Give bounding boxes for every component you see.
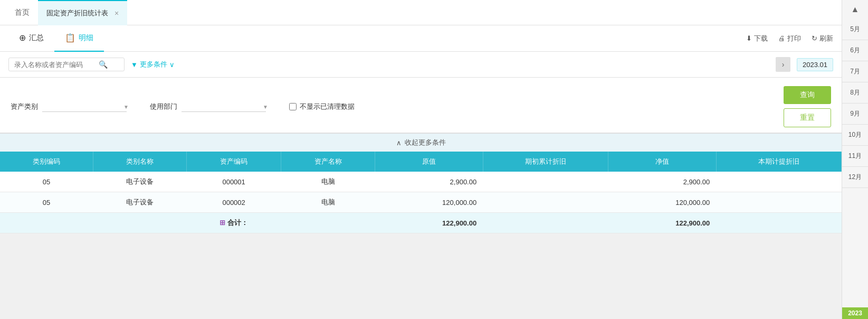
cell-period-depr (716, 172, 841, 192)
total-cell-empty-1 (0, 213, 93, 233)
col-period-depr: 本期计提折旧 (716, 152, 841, 172)
use-department-label: 使用部门 (150, 102, 177, 111)
print-button[interactable]: 🖨 打印 (778, 34, 801, 43)
data-table: 类别编码 类别名称 资产编码 资产名称 原值 期初累计折旧 净值 本期计提折旧 … (0, 152, 842, 233)
more-conditions-button[interactable]: ▼ 更多条件 ∨ (131, 60, 175, 69)
total-label-cell: ⊞合计： (186, 213, 281, 233)
cell-cat-name: 电子设备 (93, 172, 186, 192)
refresh-button[interactable]: ↻ 刷新 (812, 34, 833, 43)
chevron-down-icon: ∨ (169, 61, 175, 69)
cell-accum-depr (483, 172, 608, 192)
download-icon: ⬇ (746, 34, 752, 42)
hide-cleared-checkbox[interactable] (289, 103, 297, 110)
toolbar-right: ⬇ 下载 🖨 打印 ↻ 刷新 (746, 34, 833, 43)
tab-detail[interactable]: 📋 明细 (54, 25, 104, 52)
more-conditions-label: 更多条件 (140, 60, 167, 69)
sidebar-month-item[interactable]: 9月 (842, 104, 868, 125)
asset-category-field: 资产类别 ▼ (11, 101, 129, 112)
total-net-value: 122,900.00 (608, 213, 716, 233)
tab-detail-label: 明细 (79, 33, 93, 43)
total-original: 122,900.00 (375, 213, 483, 233)
col-asset-code: 资产编码 (186, 152, 281, 172)
arrow-right-icon: › (782, 60, 785, 69)
download-button[interactable]: ⬇ 下载 (746, 34, 768, 43)
detail-icon: 📋 (65, 33, 75, 43)
cell-cat-code: 05 (0, 192, 93, 213)
collapse-label: 收起更多条件 (405, 138, 446, 147)
reset-button[interactable]: 重置 (784, 108, 831, 127)
main-content: ⊕ 汇总 📋 明细 ⬇ 下载 🖨 打印 ↻ 刷新 🔍 (0, 25, 842, 233)
filter-row: 资产类别 ▼ 使用部门 ▼ 不显示已清理数据 查询 重置 (11, 86, 831, 127)
total-accum-depr (483, 213, 608, 233)
asset-category-select[interactable] (42, 101, 127, 112)
table-header-row: 类别编码 类别名称 资产编码 资产名称 原值 期初累计折旧 净值 本期计提折旧 (0, 152, 842, 172)
total-icon: ⊞ (220, 219, 225, 227)
cell-net-value: 120,000.00 (608, 192, 716, 213)
collapse-conditions-button[interactable]: ∧ 收起更多条件 (0, 133, 842, 152)
cell-net-value: 2,900.00 (608, 172, 716, 192)
cell-accum-depr (483, 192, 608, 213)
search-input[interactable] (14, 61, 99, 69)
table-body: 05 电子设备 000001 电脑 2,900.00 2,900.00 05 电… (0, 172, 842, 233)
sidebar-month-item[interactable]: 12月 (842, 167, 868, 188)
search-bar: 🔍 ▼ 更多条件 ∨ › 2023.01 (0, 52, 842, 78)
year-badge: 2023 (842, 307, 868, 319)
print-icon: 🖨 (778, 34, 785, 42)
refresh-label: 刷新 (819, 34, 833, 43)
nav-arrow-right-button[interactable]: › (776, 57, 790, 72)
col-original-value: 原值 (375, 152, 483, 172)
cell-asset-code: 000001 (186, 172, 281, 192)
sidebar-scroll-up-button[interactable]: ▲ (842, 0, 868, 19)
date-display: 2023.01 (797, 58, 833, 71)
sidebar-month-item[interactable]: 5月 (842, 19, 868, 40)
hide-cleared-label: 不显示已清理数据 (300, 102, 355, 111)
cell-cat-name: 电子设备 (93, 192, 186, 213)
cell-original: 2,900.00 (375, 172, 483, 192)
cell-original: 120,000.00 (375, 192, 483, 213)
sidebar-month-item[interactable]: 8月 (842, 82, 868, 104)
filter-area: 资产类别 ▼ 使用部门 ▼ 不显示已清理数据 查询 重置 (0, 78, 842, 133)
sidebar-month-item[interactable]: 10月 (842, 125, 868, 146)
filter-icon: ▼ (131, 61, 138, 69)
total-period-depr (716, 213, 841, 233)
sidebar-month-item[interactable]: 6月 (842, 40, 868, 61)
use-department-select[interactable] (182, 101, 266, 112)
download-label: 下载 (754, 34, 768, 43)
data-table-container: 类别编码 类别名称 资产编码 资产名称 原值 期初累计折旧 净值 本期计提折旧 … (0, 152, 842, 233)
total-row: ⊞合计： 122,900.00 122,900.00 (0, 213, 842, 233)
asset-category-label: 资产类别 (11, 102, 38, 111)
sidebar-month-item[interactable]: 7月 (842, 61, 868, 82)
cell-cat-code: 05 (0, 172, 93, 192)
asset-category-chevron-icon: ▼ (123, 104, 129, 110)
filter-buttons: 查询 重置 (784, 86, 831, 127)
col-category-code: 类别编码 (0, 152, 93, 172)
table-row: 05 电子设备 000002 电脑 120,000.00 120,000.00 (0, 192, 842, 213)
tab-label: 固定资产折旧统计表 (46, 8, 108, 18)
tab-summary-label: 汇总 (29, 33, 44, 43)
cell-asset-name: 电脑 (281, 192, 375, 213)
total-label: 合计： (227, 219, 248, 227)
summary-icon: ⊕ (19, 33, 26, 43)
tab-close-button[interactable]: × (115, 9, 119, 17)
use-department-chevron-icon: ▼ (263, 104, 268, 110)
print-label: 打印 (787, 34, 801, 43)
search-icon: 🔍 (99, 60, 108, 69)
use-department-field: 使用部门 ▼ (150, 101, 268, 112)
active-tab[interactable]: 固定资产折旧统计表 × (38, 0, 127, 25)
query-button[interactable]: 查询 (784, 86, 831, 104)
search-input-wrapper: 🔍 (8, 58, 125, 71)
sidebar-months: 5月6月7月8月9月10月11月12月 (842, 19, 868, 188)
cell-period-depr (716, 192, 841, 213)
cell-asset-name: 电脑 (281, 172, 375, 192)
right-sidebar: ▲ 5月6月7月8月9月10月11月12月 2023 (842, 0, 868, 319)
collapse-up-icon: ∧ (396, 139, 402, 147)
sidebar-month-item[interactable]: 11月 (842, 146, 868, 167)
refresh-icon: ↻ (812, 34, 817, 42)
sub-tabs-bar: ⊕ 汇总 📋 明细 ⬇ 下载 🖨 打印 ↻ 刷新 (0, 25, 842, 52)
col-net-value: 净值 (608, 152, 716, 172)
total-cell-empty-3 (281, 213, 375, 233)
home-nav-item[interactable]: 首页 (6, 8, 38, 17)
table-row: 05 电子设备 000001 电脑 2,900.00 2,900.00 (0, 172, 842, 192)
tab-summary[interactable]: ⊕ 汇总 (8, 25, 54, 52)
top-navigation: 首页 固定资产折旧统计表 × ✕ (0, 0, 868, 25)
